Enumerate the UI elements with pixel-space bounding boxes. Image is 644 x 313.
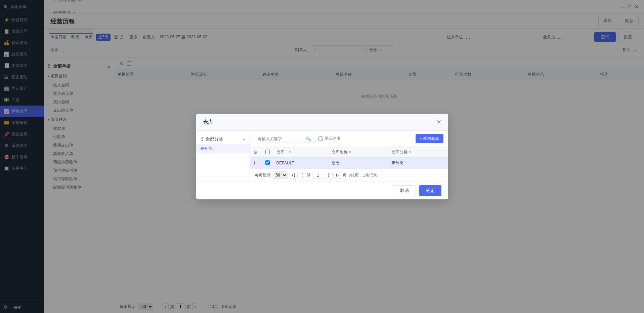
grid-icon-modal: ⠿ <box>200 137 204 142</box>
warehouse-modal: 仓库 ✕ ⠿ 全部分类 « 未分类 🔍 <box>196 114 448 199</box>
modal-warehouse-table: ⚙ 仓库... ⇅ 仓库名称 ⇅ <box>250 147 448 168</box>
modal-last-page[interactable]: ⟩⟩ <box>333 172 341 179</box>
row-checkbox-cell <box>262 158 273 168</box>
modal-per-page-select[interactable]: 50 <box>273 171 288 179</box>
modal-search-input[interactable] <box>258 136 305 141</box>
modal-overlay: 仓库 ✕ ⠿ 全部分类 « 未分类 🔍 <box>0 0 644 313</box>
collapse-left-btn[interactable]: « <box>243 136 246 142</box>
add-warehouse-button[interactable]: + 新增仓库 <box>416 134 443 143</box>
row-category: 未分类 <box>388 158 448 168</box>
modal-page-label: 算 <box>307 172 311 178</box>
sort-icon-category: ⇅ <box>409 150 412 154</box>
modal-body: ⠿ 全部分类 « 未分类 🔍 显示停用 + 新增仓库 <box>196 131 448 182</box>
row-index: 1 <box>250 158 262 168</box>
modal-search-box[interactable]: 🔍 <box>255 135 315 143</box>
modal-actions: 取消 确定 <box>196 182 448 199</box>
modal-total-label: 共1页，1条记录 <box>349 172 377 178</box>
modal-all-category[interactable]: ⠿ 全部分类 « <box>196 134 250 144</box>
row-name: 总仓 <box>328 158 388 168</box>
modal-header: 仓库 ✕ <box>196 114 448 131</box>
modal-category-unclassified[interactable]: 未分类 <box>196 144 250 153</box>
modal-page-input[interactable] <box>312 172 324 179</box>
row-code: DEFAULT <box>273 158 328 168</box>
modal-page-nav: ⟨⟨ ⟨ 算 ⟩ ⟩⟩ 页 <box>290 172 347 179</box>
row-checkbox[interactable] <box>265 160 270 165</box>
search-icon-modal: 🔍 <box>306 136 311 141</box>
confirm-button[interactable]: 确定 <box>419 185 441 196</box>
sort-icon-name: ⇅ <box>349 150 351 154</box>
col-select <box>262 147 273 158</box>
modal-table-container: ⚙ 仓库... ⇅ 仓库名称 ⇅ <box>250 147 448 168</box>
modal-page-suffix: 页 <box>343 172 347 178</box>
modal-pagination: 每页显示 50 ⟨⟨ ⟨ 算 ⟩ ⟩⟩ 页 共1页，1条记录 <box>250 168 448 182</box>
modal-table-header: ⚙ 仓库... ⇅ 仓库名称 ⇅ <box>250 147 448 158</box>
table-gear-icon[interactable]: ⚙ <box>253 150 258 155</box>
modal-first-page[interactable]: ⟨⟨ <box>290 172 298 179</box>
cancel-button[interactable]: 取消 <box>393 185 416 196</box>
modal-next-page[interactable]: ⟩ <box>326 172 332 179</box>
modal-close-button[interactable]: ✕ <box>436 118 441 126</box>
col-warehouse-code[interactable]: 仓库... ⇅ <box>273 147 328 158</box>
sort-icon-code: ⇅ <box>289 150 292 154</box>
col-warehouse-name[interactable]: 仓库名称 ⇅ <box>328 147 388 158</box>
modal-select-all[interactable] <box>265 150 270 154</box>
col-warehouse-category[interactable]: 仓库分类 ⇅ <box>388 147 448 158</box>
table-row[interactable]: 1 DEFAULT 总仓 未分类 <box>250 158 448 168</box>
show-disabled-checkbox[interactable] <box>318 136 323 141</box>
modal-all-category-label: 全部分类 <box>206 136 223 142</box>
modal-left-panel: ⠿ 全部分类 « 未分类 <box>196 131 250 182</box>
show-disabled-label[interactable]: 显示停用 <box>318 136 340 142</box>
col-gear: ⚙ <box>250 147 262 158</box>
show-disabled-text: 显示停用 <box>324 136 340 142</box>
modal-prev-page[interactable]: ⟨ <box>299 172 305 179</box>
modal-toolbar: 🔍 显示停用 + 新增仓库 <box>250 131 448 147</box>
modal-per-page-label: 每页显示 <box>255 172 271 178</box>
modal-right-panel: 🔍 显示停用 + 新增仓库 ⚙ <box>250 131 448 182</box>
modal-title: 仓库 <box>203 119 213 125</box>
